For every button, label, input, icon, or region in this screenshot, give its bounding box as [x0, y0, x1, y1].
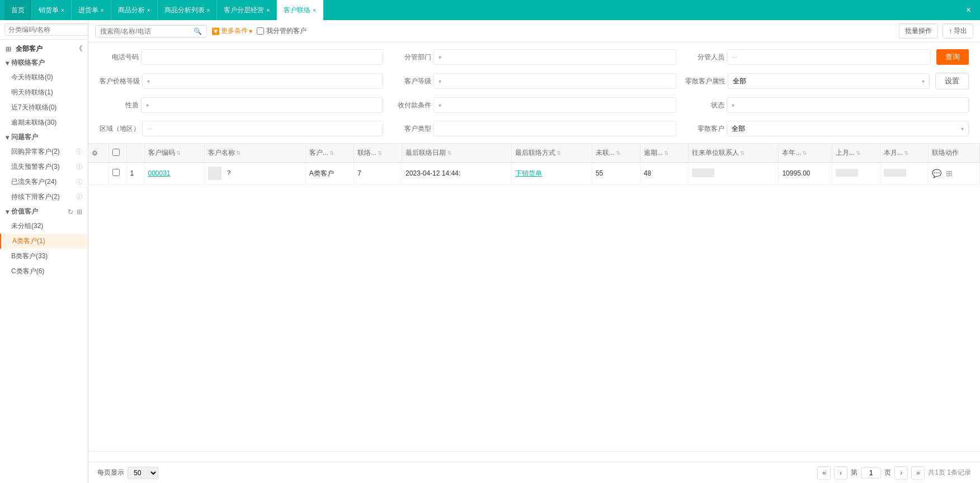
filter-more-btn[interactable]: 🔽 更多条件 ▾ — [211, 26, 252, 36]
sidebar-item-tomorrow[interactable]: 明天待联络(1) — [0, 85, 88, 100]
nav-tab-customer-contact[interactable]: 客户联络 × — [277, 0, 323, 20]
sidebar-item-churn-warning[interactable]: 流失预警客户(3) ⓘ — [0, 159, 88, 174]
nav-tab-goods-analysis-close[interactable]: × — [147, 7, 150, 13]
sidebar-item-churned[interactable]: 已流失客户(24) ⓘ — [0, 174, 88, 190]
th-overdue[interactable]: 逾期... ⇅ — [640, 144, 688, 163]
filter-search-icon[interactable]: 🔍 — [194, 27, 202, 35]
sidebar-collapse-icon[interactable]: 《 — [76, 44, 82, 54]
retail-customer-select[interactable]: 全部 ▾ — [727, 121, 969, 136]
qr-action-icon[interactable]: ⊞ — [946, 169, 953, 178]
filter-search-box[interactable]: 🔍 — [95, 25, 207, 37]
sidebar-search-input[interactable] — [4, 23, 88, 36]
main-layout: 🔍 ⊞ 全部客户 《 ▾ 待联络客户 今天待联络(0) 明天待联络(1) 近7天… — [0, 20, 980, 483]
nav-tab-goods-list-close[interactable]: × — [207, 7, 210, 13]
manager-input[interactable]: ··· — [727, 49, 931, 65]
sidebar-item-a-class[interactable]: A类客户(1) — [0, 234, 88, 249]
export-btn[interactable]: ↑ 导出 — [943, 23, 973, 39]
retail-attr-select[interactable]: 全部 ▾ — [728, 73, 930, 89]
batch-operation-btn[interactable]: 批量操作 — [899, 23, 938, 39]
th-name[interactable]: 客户名称 ⇅ — [204, 144, 305, 163]
sidebar-item-ungrouped[interactable]: 未分组(32) — [0, 219, 88, 234]
select-all-checkbox[interactable] — [112, 149, 120, 156]
prev-page-btn[interactable]: ‹ — [834, 466, 847, 480]
th-not-contacted[interactable]: 未联... ⇅ — [592, 144, 640, 163]
window-close-icon[interactable]: × — [962, 5, 976, 15]
last-page-btn[interactable]: » — [911, 466, 925, 480]
th-checkbox[interactable] — [109, 144, 126, 163]
payment-select[interactable]: ▾ — [434, 97, 676, 113]
th-last-contact-method[interactable]: 最后联络方式 ⇅ — [512, 144, 592, 163]
row-last-method[interactable]: 下销货单 — [515, 169, 542, 177]
code-sort-icon: ⇅ — [176, 150, 181, 156]
th-unit-contact[interactable]: 往来单位联系人 ⇅ — [688, 144, 779, 163]
nav-tab-goods-analysis[interactable]: 商品分析 × — [111, 0, 158, 20]
nav-tab-sales-close[interactable]: × — [61, 7, 64, 13]
nav-tab-customer-contact-close[interactable]: × — [313, 7, 316, 13]
sidebar-item-7days[interactable]: 近7天待联络(0) — [0, 100, 88, 115]
chat-action-icon[interactable]: 💬 — [932, 169, 941, 178]
page-number-input[interactable] — [861, 467, 881, 479]
sidebar-item-declining[interactable]: 持续下滑客户(2) ⓘ — [0, 190, 88, 205]
price-level-caret: ▾ — [147, 78, 150, 84]
th-settings[interactable]: ⚙ — [88, 144, 109, 163]
filter-search-input[interactable] — [100, 27, 191, 35]
th-last-contact-date[interactable]: 最后联络日期 ⇅ — [402, 144, 512, 163]
th-this-month[interactable]: 本月... ⇅ — [880, 144, 928, 163]
td-checkbox[interactable] — [109, 163, 126, 184]
nav-tab-goods-list[interactable]: 商品分析列表 × — [158, 0, 218, 20]
contact-sort-icon: ⇅ — [378, 150, 382, 156]
horizontal-scrollbar[interactable] — [88, 451, 980, 462]
nav-tab-sales[interactable]: 销货单 × — [32, 0, 72, 20]
td-name[interactable]: ？ — [204, 163, 305, 184]
th-code[interactable]: 客户编码 ⇅ — [144, 144, 204, 163]
nav-tab-sales-label: 销货单 — [39, 6, 59, 15]
td-this-year: 10995.00 — [779, 163, 832, 184]
td-code[interactable]: 000031 — [144, 163, 204, 184]
customer-level-select[interactable]: ▾ — [434, 73, 676, 89]
nav-tab-customer-segment[interactable]: 客户分层经营 × — [217, 0, 277, 20]
sidebar-section-problem[interactable]: ▾ 问题客户 — [0, 130, 88, 144]
th-this-year[interactable]: 本年... ⇅ — [779, 144, 832, 163]
sidebar-section-pending[interactable]: ▾ 待联络客户 — [0, 56, 88, 70]
nav-tab-customer-segment-close[interactable]: × — [266, 7, 270, 13]
sidebar-item-overdue[interactable]: 逾期未联络(30) — [0, 115, 88, 130]
nav-tab-purchase-close[interactable]: × — [101, 7, 104, 13]
th-last-month[interactable]: 上月... ⇅ — [832, 144, 880, 163]
nav-tab-purchase[interactable]: 进货单 × — [72, 0, 111, 20]
my-customers-checkbox[interactable]: 我分管的客户 — [257, 26, 307, 36]
row-checkbox[interactable] — [112, 169, 120, 176]
first-page-btn[interactable]: « — [817, 466, 831, 480]
sidebar-item-repurchase[interactable]: 回购异常客户(2) ⓘ — [0, 144, 88, 159]
region-input[interactable]: ··· — [142, 121, 383, 136]
filter-retail-customer: 零散客户 全部 ▾ — [681, 119, 973, 139]
sidebar-item-c-class[interactable]: C类客户(6) — [0, 264, 88, 279]
td-last-contact-method[interactable]: 下销货单 — [512, 163, 592, 184]
total-records-label: 共1页 1条记录 — [928, 468, 971, 477]
status-select[interactable]: ▾ — [727, 97, 969, 113]
customer-type-input[interactable] — [434, 121, 676, 136]
row-this-year: 10995.00 — [782, 169, 810, 177]
settings-gear-icon[interactable]: ⚙ — [92, 149, 98, 157]
top-nav-close-btn[interactable]: × — [962, 5, 976, 15]
sidebar-item-b-class[interactable]: B类客户(33) — [0, 249, 88, 264]
add-group-icon[interactable]: ⊞ — [77, 208, 82, 216]
next-page-btn[interactable]: › — [894, 466, 908, 480]
filter-manager: 分管人员 ··· 查询 — [681, 47, 973, 67]
sidebar-all-customers[interactable]: ⊞ 全部客户 《 — [0, 40, 88, 56]
th-level[interactable]: 客户... ⇅ — [305, 144, 354, 163]
dept-select[interactable]: ▾ — [434, 49, 676, 65]
my-customers-check-input[interactable] — [257, 27, 264, 35]
nav-tab-home[interactable]: 首页 — [4, 0, 32, 20]
row-code[interactable]: 000031 — [148, 169, 171, 177]
query-btn[interactable]: 查询 — [936, 49, 969, 65]
settings-btn[interactable]: 设置 — [935, 73, 969, 89]
nature-select[interactable]: ▾ — [141, 97, 383, 113]
phone-input[interactable] — [141, 49, 383, 65]
page-size-select[interactable]: 50 100 200 — [128, 467, 158, 479]
price-level-select[interactable]: ▾ — [142, 73, 383, 89]
refresh-icon[interactable]: ↻ — [68, 208, 73, 216]
sidebar-item-today[interactable]: 今天待联络(0) — [0, 70, 88, 85]
sidebar-section-value[interactable]: ▾ 价值客户 — [6, 207, 38, 216]
filter-customer-type: 客户类型 — [388, 119, 680, 139]
th-contact[interactable]: 联络... ⇅ — [354, 144, 402, 163]
